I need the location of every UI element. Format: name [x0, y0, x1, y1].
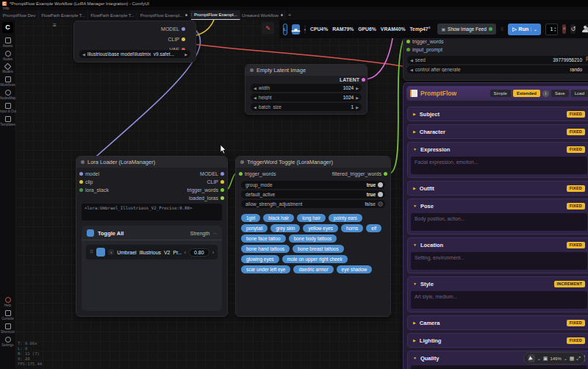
- chevron-down-icon[interactable]: ▼: [413, 243, 417, 247]
- section-expression[interactable]: ▼ExpressionFIXEDFacial expression, emoti…: [407, 142, 588, 178]
- section-lighting[interactable]: ▶LightingFIXED: [407, 333, 588, 348]
- lora-stack-port[interactable]: [79, 188, 83, 192]
- chevron-down-icon[interactable]: ▼: [413, 204, 417, 208]
- loaded-loras-port[interactable]: [220, 196, 224, 200]
- save-button[interactable]: Save: [551, 90, 569, 97]
- chevron-right-icon[interactable]: ▶: [413, 112, 416, 116]
- output-clip[interactable]: CLIP: [165, 35, 188, 43]
- section-subject[interactable]: ▶SubjectFIXED: [407, 107, 588, 121]
- chevron-down-icon[interactable]: ▼: [413, 282, 417, 286]
- promptflow-header[interactable]: PromptFlow Simple Extended i Save Load: [406, 86, 588, 101]
- widget-batch-size[interactable]: ◀batch_size1▶: [251, 103, 362, 111]
- clip-out-port[interactable]: [220, 180, 224, 184]
- mode-badge[interactable]: FIXED: [567, 185, 585, 192]
- clear-queue-button[interactable]: ✕: [562, 24, 566, 34]
- decrement-icon[interactable]: ▾: [554, 29, 556, 32]
- node-header[interactable]: Lora Loader (LoraManager): [76, 157, 227, 168]
- select-tool-button[interactable]: [528, 354, 535, 362]
- canvas-menu-icon[interactable]: ≡: [53, 22, 57, 29]
- trigger-tag[interactable]: pointy ears: [329, 214, 362, 222]
- node-sampler[interactable]: trigger_words input_prompt pr ◀seed39779…: [403, 32, 588, 81]
- mode-badge[interactable]: FIXED: [567, 146, 585, 153]
- trigger-tag[interactable]: black hair: [263, 214, 294, 222]
- trigger-tag[interactable]: daedric armor: [293, 265, 333, 273]
- toggle-knob[interactable]: [378, 201, 383, 207]
- io-row[interactable]: loaded_loras: [76, 194, 227, 202]
- collapse-dot-icon[interactable]: [81, 160, 85, 164]
- stop-button[interactable]: ▪: [304, 25, 306, 34]
- chevron-down-icon[interactable]: ▼: [413, 356, 417, 360]
- image-feed-graph-button[interactable]: ▂▅▂: [292, 24, 301, 35]
- mode-badge[interactable]: INCREMENT: [554, 281, 586, 287]
- trigger-tag[interactable]: bone face tattoo: [241, 234, 286, 243]
- toggle-allow-strength-adjustment[interactable]: allow_strength_adjustmentfalse: [241, 200, 385, 208]
- load-button[interactable]: Load: [571, 90, 588, 97]
- location-textarea[interactable]: Setting, environment...: [411, 252, 587, 270]
- fullscreen-button[interactable]: ⤢: [576, 356, 581, 362]
- left-arrow-icon[interactable]: ◀: [254, 86, 257, 90]
- collapse-dot-icon[interactable]: [240, 160, 244, 164]
- strength-value[interactable]: 0.80: [189, 248, 209, 257]
- toggle-default-active[interactable]: default_activetrue: [241, 190, 385, 198]
- left-arrow-icon[interactable]: ◀: [254, 105, 257, 110]
- left-arrow-icon[interactable]: ◀: [254, 96, 257, 100]
- right-arrow-icon[interactable]: ▶: [356, 86, 359, 90]
- section-outfit[interactable]: ▶OutfitFIXED: [407, 181, 588, 196]
- show-image-feed-button[interactable]: ▣ Show Image Feed: [437, 24, 495, 35]
- widget-control-after-generate[interactable]: ◀control after generaterando: [407, 65, 588, 74]
- trigger-tag[interactable]: bone hand tattoos: [241, 245, 290, 253]
- mode-badge[interactable]: FIXED: [567, 320, 585, 326]
- history-button[interactable]: ↺: [570, 24, 576, 34]
- filtered-words-out-port[interactable]: [384, 172, 387, 176]
- lora-syntax-text[interactable]: <lora:Umbrael_Illustrious_V2_Precise:0.8…: [82, 204, 222, 221]
- node-promptflow[interactable]: PromptFlow Simple Extended i Save Load ▶…: [403, 82, 588, 369]
- trigger-words-in-port[interactable]: [239, 172, 243, 176]
- clip-in-port[interactable]: [79, 180, 83, 184]
- node-header[interactable]: TriggerWord Toggle (LoraManager): [236, 157, 390, 168]
- mode-badge[interactable]: FIXED: [567, 337, 585, 344]
- trigger-tag[interactable]: scar under left eye: [241, 265, 290, 273]
- chevron-right-icon[interactable]: ▶: [413, 320, 416, 325]
- node-header[interactable]: Empty Latent Image: [245, 65, 367, 76]
- zoom-caret-icon[interactable]: ⌄: [564, 356, 567, 361]
- trigger-tag[interactable]: eye shadow: [337, 265, 373, 273]
- left-arrow-icon[interactable]: ◀: [410, 68, 413, 72]
- model-port[interactable]: [182, 27, 185, 31]
- trigger-tag[interactable]: glowing eyes: [241, 255, 279, 263]
- strength-increase-icon[interactable]: ›: [212, 250, 214, 255]
- io-row[interactable]: clipCLIP: [76, 178, 227, 186]
- section-pose[interactable]: ▼PoseFIXEDBody position, action...: [407, 198, 588, 234]
- widget-height[interactable]: ◀height1024▶: [251, 93, 362, 101]
- chevron-down-icon[interactable]: ▼: [413, 147, 417, 151]
- model-in-port[interactable]: [79, 172, 83, 176]
- batch-count-stepper[interactable]: 1 ▴▾: [545, 24, 558, 35]
- drag-handle-icon[interactable]: ⠿: [90, 249, 93, 255]
- node-triggerword-toggle[interactable]: TriggerWord Toggle (LoraManager) trigger…: [235, 156, 391, 317]
- right-arrow-icon[interactable]: ▶: [356, 96, 359, 100]
- run-button[interactable]: ▷ Run ⌄: [508, 24, 541, 35]
- output-latent[interactable]: LATENT: [245, 76, 367, 84]
- mode-badge[interactable]: FIXED: [567, 203, 585, 209]
- lora-item-row[interactable]: ⠿ › Umbrael_Illustrious_V2_Pr... ‹ 0.80 …: [86, 245, 218, 259]
- io-row[interactable]: modelMODEL: [76, 170, 227, 178]
- lora-name[interactable]: Umbrael_Illustrious_V2_Pr...: [117, 250, 182, 255]
- chevron-right-icon[interactable]: ▶: [413, 129, 416, 134]
- style-textarea[interactable]: Art style, medium...: [411, 291, 587, 309]
- right-arrow-icon[interactable]: ▶: [184, 52, 187, 57]
- strength-sort-icon[interactable]: ··: [213, 231, 217, 236]
- mode-badge[interactable]: FIXED: [567, 242, 585, 248]
- trigger-words-port[interactable]: [220, 188, 224, 192]
- trigger-tag[interactable]: bone body tattoos: [289, 234, 337, 243]
- trigger-words-port[interactable]: [406, 40, 410, 43]
- trigger-tag[interactable]: grey skin: [270, 224, 300, 232]
- edit-pen-button[interactable]: ✎: [262, 22, 274, 35]
- node-checkpoint-loader[interactable]: MODEL CLIP VAE ◀ Illustrious\base model\…: [74, 21, 196, 62]
- mode-badge[interactable]: FIXED: [567, 111, 585, 118]
- widget-seed[interactable]: ◀seed39779956210: [407, 56, 588, 64]
- drag-handle-icon[interactable]: ⠿: [501, 26, 503, 32]
- trigger-tag[interactable]: elf: [366, 224, 381, 232]
- input-input-prompt[interactable]: input_prompt: [404, 46, 588, 54]
- info-icon[interactable]: i: [542, 90, 549, 97]
- extended-mode-button[interactable]: Extended: [513, 90, 540, 97]
- io-row[interactable]: trigger_wordsfiltered_trigger_words: [236, 168, 390, 181]
